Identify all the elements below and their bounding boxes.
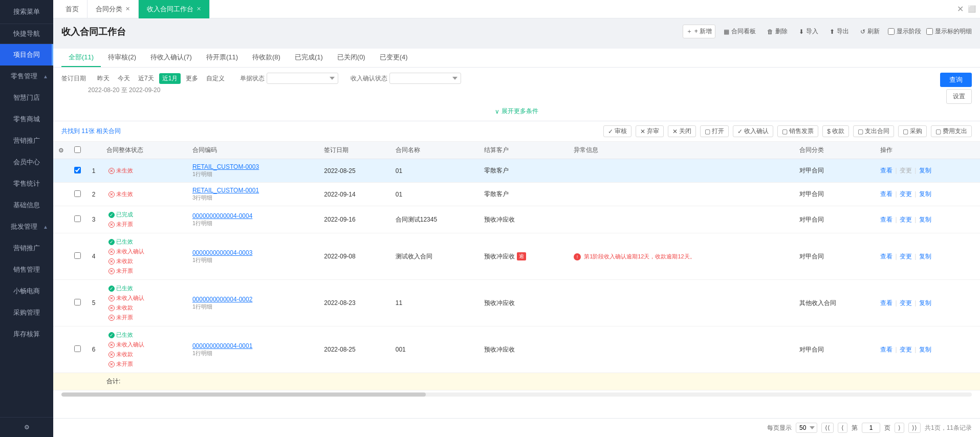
new-button[interactable]: ＋ + 新增 — [683, 25, 715, 38]
page-number-input[interactable] — [862, 423, 880, 433]
filter-more[interactable]: 更多 — [183, 73, 201, 84]
contract-code-link[interactable]: 0000000000004-0002 — [192, 296, 252, 303]
sidebar-item-mktg[interactable]: 营销推广 — [0, 237, 53, 259]
change-link[interactable]: 变更 — [900, 253, 912, 260]
prev-page-btn[interactable]: ⟨ — [838, 423, 847, 433]
kanban-button[interactable]: ▦ 合同看板 — [721, 25, 759, 38]
show-detail-checkbox[interactable]: 显示标的明细 — [926, 27, 972, 36]
copy-link[interactable]: 复制 — [919, 346, 931, 353]
action-expense[interactable]: ▢ 费用支出 — [931, 125, 972, 137]
action-close[interactable]: ✕ 关闭 — [668, 125, 696, 137]
status-tab-closed[interactable]: 已关闭(0) — [330, 49, 373, 67]
scrollbar-thumb[interactable] — [61, 392, 426, 397]
show-detail-input[interactable] — [926, 28, 933, 35]
action-print[interactable]: ▢ 打开 — [700, 125, 729, 137]
contract-code-link[interactable]: 0000000000004-0001 — [192, 342, 252, 349]
doc-status-select[interactable] — [267, 73, 338, 84]
sidebar-item-basic[interactable]: 基础信息 — [0, 194, 53, 216]
show-segment-input[interactable] — [888, 28, 895, 35]
status-tab-all[interactable]: 全部(11) — [61, 49, 101, 67]
tab-home[interactable]: 首页 — [57, 0, 88, 18]
copy-link[interactable]: 复制 — [919, 299, 931, 307]
tab-contract-category[interactable]: 合同分类 ✕ — [88, 0, 139, 18]
view-link[interactable]: 查看 — [880, 216, 892, 223]
first-page-btn[interactable]: ⟨⟨ — [821, 423, 834, 433]
sidebar-item-ecommerce[interactable]: 零售商城 — [0, 108, 53, 130]
close-window-btn[interactable]: ✕ — [957, 4, 964, 14]
row-5-checkbox[interactable] — [74, 299, 81, 305]
sidebar-item-inventory[interactable]: 库存核算 — [0, 323, 53, 345]
action-sub-contract[interactable]: ▢ 支出合同 — [853, 125, 894, 137]
status-tab-completed[interactable]: 已完成(1) — [288, 49, 330, 67]
set-button[interactable]: 设置 — [946, 89, 972, 104]
income-confirm-select[interactable] — [389, 73, 461, 84]
col-settings[interactable]: ⚙ — [53, 142, 69, 159]
sidebar-item-stats[interactable]: 零售统计 — [0, 173, 53, 194]
copy-link[interactable]: 复制 — [919, 253, 931, 260]
action-review[interactable]: ✓ 审核 — [603, 125, 631, 137]
view-link[interactable]: 查看 — [880, 190, 892, 198]
sidebar-item-member[interactable]: 会员中心 — [0, 151, 53, 173]
import-button[interactable]: ⬇ 导入 — [796, 25, 821, 38]
row-2-checkbox[interactable] — [74, 190, 81, 197]
action-sales-invoice[interactable]: ▢ 销售发票 — [777, 125, 818, 137]
status-tab-changed[interactable]: 已变更(4) — [373, 49, 415, 67]
sidebar-item-sales[interactable]: 销售管理 — [0, 259, 53, 280]
sidebar-item-xiaochangec[interactable]: 小畅电商 — [0, 280, 53, 302]
show-segment-checkbox[interactable]: 显示阶段 — [888, 27, 921, 36]
filter-today[interactable]: 今天 — [115, 73, 133, 84]
query-button[interactable]: 查询 — [940, 73, 972, 87]
sidebar-item-smart[interactable]: 智慧门店 — [0, 87, 53, 108]
action-income-confirm[interactable]: ✓ 收入确认 — [733, 125, 773, 137]
filter-yesterday[interactable]: 昨天 — [94, 73, 113, 84]
close-tab-contract-category[interactable]: ✕ — [125, 6, 130, 12]
view-link[interactable]: 查看 — [880, 346, 892, 353]
expand-filter[interactable]: ∨ 展开更多条件 — [495, 107, 538, 116]
sidebar-item-marketing[interactable]: 营销推广 — [0, 130, 53, 151]
row-3-checkbox[interactable] — [74, 215, 81, 222]
view-link[interactable]: 查看 — [880, 299, 892, 307]
sidebar-quick-nav[interactable]: 快捷导航 — [0, 24, 53, 44]
status-tab-pending-income[interactable]: 待收入确认(7) — [143, 49, 199, 67]
change-link[interactable]: 变更 — [900, 346, 912, 353]
delete-button[interactable]: 🗑 删除 — [764, 25, 791, 38]
contract-code-link[interactable]: 0000000000004-0003 — [192, 249, 252, 256]
action-abandon[interactable]: ✕ 弃审 — [636, 125, 664, 137]
change-link[interactable]: 变更 — [900, 190, 912, 198]
status-tab-pending-review[interactable]: 待审核(2) — [101, 49, 143, 67]
per-page-select[interactable]: 50 — [796, 423, 817, 433]
view-link[interactable]: 查看 — [880, 167, 892, 174]
next-page-btn[interactable]: ⟩ — [895, 423, 904, 433]
action-purchase[interactable]: ▢ 采购 — [898, 125, 927, 137]
action-collection[interactable]: $ 收款 — [822, 125, 849, 137]
sidebar-item-purchase[interactable]: 采购管理 — [0, 302, 53, 323]
filter-last7[interactable]: 近7天 — [135, 73, 157, 84]
tab-income-workbench[interactable]: 收入合同工作台 ✕ — [139, 0, 210, 18]
contract-code-link[interactable]: RETAIL_CUSTOM-0003 — [192, 163, 259, 170]
row-1-checkbox[interactable] — [74, 167, 81, 173]
row-4-checkbox[interactable] — [74, 252, 81, 259]
filter-last1month[interactable]: 近1月 — [159, 73, 181, 84]
select-all-checkbox[interactable] — [74, 146, 81, 153]
copy-link[interactable]: 复制 — [919, 190, 931, 198]
row-6-checkbox[interactable] — [74, 345, 81, 352]
filter-custom[interactable]: 自定义 — [203, 73, 228, 84]
export-button[interactable]: ⬆ 导出 — [826, 25, 852, 38]
sidebar-settings[interactable]: ⚙ — [0, 417, 53, 437]
copy-link[interactable]: 复制 — [919, 216, 931, 223]
maximize-btn[interactable]: ⬜ — [968, 5, 976, 13]
refresh-button[interactable]: ↺ 刷新 — [857, 25, 883, 38]
view-link[interactable]: 查看 — [880, 253, 892, 260]
change-link[interactable]: 变更 — [900, 167, 912, 174]
sidebar-item-project[interactable]: 项目合同 — [0, 44, 53, 65]
status-tab-pending-invoice[interactable]: 待开票(11) — [199, 49, 245, 67]
change-link[interactable]: 变更 — [900, 216, 912, 223]
sidebar-item-retail[interactable]: 零售管理 ▲ — [0, 65, 53, 87]
sidebar-item-wholesale[interactable]: 批发管理 ▲ — [0, 216, 53, 237]
close-tab-income-workbench[interactable]: ✕ — [197, 6, 201, 12]
status-tab-pending-collection[interactable]: 待收款(8) — [245, 49, 288, 67]
change-link[interactable]: 变更 — [900, 299, 912, 307]
sidebar-search[interactable]: 搜索菜单 — [0, 0, 53, 24]
copy-link[interactable]: 复制 — [919, 167, 931, 174]
contract-code-link[interactable]: RETAIL_CUSTOM-0001 — [192, 187, 259, 194]
